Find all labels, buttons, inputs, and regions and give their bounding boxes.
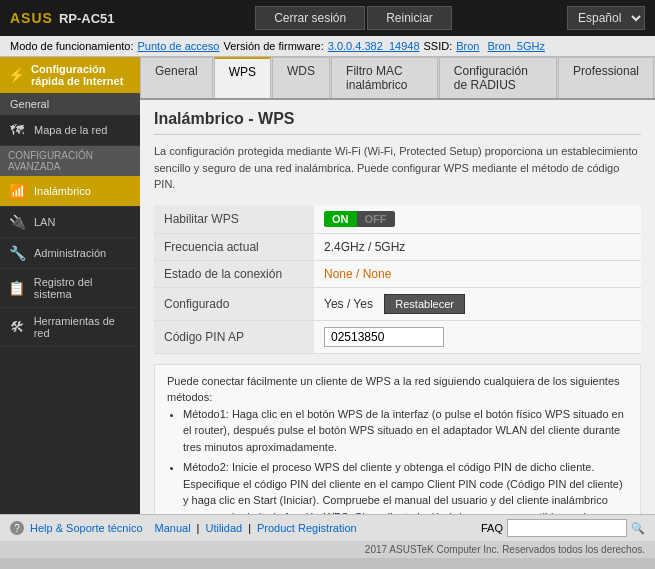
wps-toggle[interactable]: ON OFF [324, 211, 395, 227]
tab-professional[interactable]: Professional [558, 57, 654, 98]
value-frecuencia: 2.4GHz / 5GHz [314, 233, 641, 260]
value-estado-conexion: None / None [314, 260, 641, 287]
content-area: General WPS WDS Filtro MAC inalámbrico C… [140, 57, 655, 514]
sidebar-item-lan[interactable]: 🔌 LAN [0, 207, 140, 238]
label-frecuencia: Frecuencia actual [154, 233, 314, 260]
footer-search: FAQ 🔍 [481, 519, 645, 537]
sidebar-item-administracion[interactable]: 🔧 Administración [0, 238, 140, 269]
firmware-label: Versión de firmware: [223, 40, 323, 52]
page-content: Inalámbrico - WPS La configuración prote… [140, 100, 655, 514]
faq-label: FAQ [481, 522, 503, 534]
asus-logo: ASUS [10, 10, 53, 26]
label-codigo-pin-ap: Código PIN AP [154, 320, 314, 353]
model-name: RP-AC51 [59, 11, 115, 26]
main-layout: ⚡ Configuración rápida de Internet Gener… [0, 57, 655, 514]
sidebar-item-label-lan: LAN [34, 216, 55, 228]
toggle-off-label[interactable]: OFF [357, 211, 395, 227]
top-bar: ASUS RP-AC51 Cerrar sesión Reiniciar Esp… [0, 0, 655, 36]
tab-wds[interactable]: WDS [272, 57, 330, 98]
method-1: Método1: Haga clic en el botón WPS de la… [183, 406, 628, 456]
sidebar-item-label-registro: Registro del sistema [34, 276, 132, 300]
label-estado-conexion: Estado de la conexión [154, 260, 314, 287]
wps-form-table: Habilitar WPS ON OFF Frecuencia actual 2… [154, 205, 641, 354]
mode-label: Modo de funcionamiento: [10, 40, 134, 52]
help-support-link[interactable]: Help & Soporte técnico [30, 522, 143, 534]
value-codigo-pin-ap [314, 320, 641, 353]
row-habilitar-wps: Habilitar WPS ON OFF [154, 205, 641, 234]
copyright-bar: 2017 ASUSTeK Computer Inc. Reservados to… [0, 541, 655, 558]
methods-list: Método1: Haga clic en el botón WPS de la… [167, 406, 628, 515]
logout-button[interactable]: Cerrar sesión [255, 6, 365, 30]
ssid-2g[interactable]: Bron [456, 40, 479, 52]
sidebar-item-herramientas[interactable]: 🛠 Herramientas de red [0, 308, 140, 347]
tab-general[interactable]: General [140, 57, 213, 98]
sidebar-item-registro[interactable]: 📋 Registro del sistema [0, 269, 140, 308]
label-configurado: Configurado [154, 287, 314, 320]
value-configurado: Yes / Yes Restablecer [314, 287, 641, 320]
toggle-on-label[interactable]: ON [324, 211, 357, 227]
ssid-5g[interactable]: Bron_5GHz [488, 40, 545, 52]
sidebar-general[interactable]: General [0, 93, 140, 115]
copyright-text: 2017 ASUSTeK Computer Inc. Reservados to… [365, 544, 645, 555]
estado-conexion-value: None / None [324, 267, 391, 281]
pipe-1: | [197, 522, 200, 534]
tools-icon: 🛠 [8, 319, 26, 335]
sidebar-item-inalambrico[interactable]: 📶 Inalámbrico [0, 176, 140, 207]
faq-search-input[interactable] [507, 519, 627, 537]
help-icon[interactable]: ? [10, 521, 24, 535]
sidebar-item-label-mapa-red: Mapa de la red [34, 124, 107, 136]
utilidad-link[interactable]: Utilidad [205, 522, 242, 534]
map-icon: 🗺 [8, 122, 26, 138]
methods-section: Puede conectar fácilmente un cliente de … [154, 364, 641, 515]
restore-button[interactable]: Restablecer [384, 294, 465, 314]
top-buttons: Cerrar sesión Reiniciar [140, 6, 567, 30]
sidebar-item-label-admin: Administración [34, 247, 106, 259]
page-title: Inalámbrico - WPS [154, 110, 641, 135]
manual-link[interactable]: Manual [155, 522, 191, 534]
pipe-2: | [248, 522, 251, 534]
language-select[interactable]: Español [567, 6, 645, 30]
quick-internet-icon: ⚡ [8, 67, 25, 83]
logo-area: ASUS RP-AC51 [0, 10, 140, 26]
configurado-value: Yes / Yes [324, 297, 373, 311]
sidebar-item-label-inalambrico: Inalámbrico [34, 185, 91, 197]
footer: ? Help & Soporte técnico Manual | Utilid… [0, 514, 655, 541]
wireless-icon: 📶 [8, 183, 26, 199]
sidebar-item-label-herramientas: Herramientas de red [34, 315, 132, 339]
row-codigo-pin-ap: Código PIN AP [154, 320, 641, 353]
sidebar-quick-internet[interactable]: ⚡ Configuración rápida de Internet [0, 57, 140, 93]
product-registration-link[interactable]: Product Registration [257, 522, 357, 534]
status-bar: Modo de funcionamiento: Punto de acceso … [0, 36, 655, 57]
search-icon[interactable]: 🔍 [631, 522, 645, 535]
firmware-value[interactable]: 3.0.0.4.382_14948 [328, 40, 420, 52]
tab-bar: General WPS WDS Filtro MAC inalámbrico C… [140, 57, 655, 100]
methods-intro: Puede conectar fácilmente un cliente de … [167, 373, 628, 406]
mode-value[interactable]: Punto de acceso [138, 40, 220, 52]
frecuencia-value: 2.4GHz / 5GHz [324, 240, 405, 254]
page-description: La configuración protegida mediante Wi-F… [154, 143, 641, 193]
ssid-label: SSID: [424, 40, 453, 52]
sidebar-quick-label: Configuración rápida de Internet [31, 63, 132, 87]
row-estado-conexion: Estado de la conexión None / None [154, 260, 641, 287]
lan-icon: 🔌 [8, 214, 26, 230]
tab-radius[interactable]: Configuración de RADIUS [439, 57, 557, 98]
value-habilitar-wps: ON OFF [314, 205, 641, 234]
restart-button[interactable]: Reiniciar [367, 6, 452, 30]
tab-filtro-mac[interactable]: Filtro MAC inalámbrico [331, 57, 438, 98]
label-habilitar-wps: Habilitar WPS [154, 205, 314, 234]
pin-ap-input[interactable] [324, 327, 444, 347]
sidebar-section-avanzada: Configuración avanzada [0, 146, 140, 176]
sidebar: ⚡ Configuración rápida de Internet Gener… [0, 57, 140, 514]
tab-wps[interactable]: WPS [214, 57, 271, 98]
admin-icon: 🔧 [8, 245, 26, 261]
method-2: Método2: Inicie el proceso WPS del clien… [183, 459, 628, 514]
sidebar-item-mapa-red[interactable]: 🗺 Mapa de la red [0, 115, 140, 146]
log-icon: 📋 [8, 280, 26, 296]
row-configurado: Configurado Yes / Yes Restablecer [154, 287, 641, 320]
language-area: Español [567, 6, 655, 30]
row-frecuencia: Frecuencia actual 2.4GHz / 5GHz [154, 233, 641, 260]
